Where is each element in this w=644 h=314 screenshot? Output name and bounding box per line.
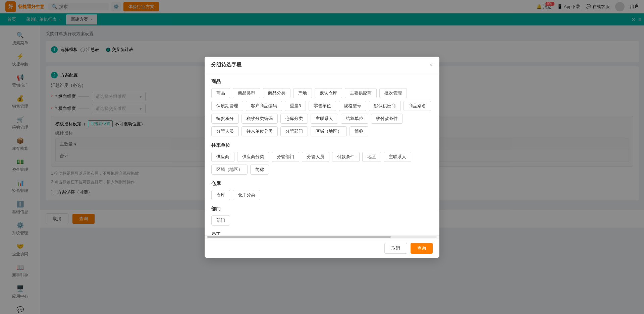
chip-goods-15[interactable]: 税收分类编码 [241,114,278,124]
chip-goods-0[interactable]: 商品 [211,88,230,98]
dialog-goods-chips: 商品 商品类型 商品分类 产地 默认仓库 主要供应商 批次管理 保质期管理 客户… [211,88,433,136]
dialog-dept-chips: 部门 [211,215,433,226]
chip-goods-6[interactable]: 批次管理 [379,88,407,98]
chip-goods-16[interactable]: 仓库分类 [280,114,308,124]
chip-goods-22[interactable]: 分管部门 [280,126,308,136]
chip-partner-0[interactable]: 供应商 [211,152,234,162]
dialog-section-staff: 员工 业务员 [211,232,433,235]
chip-goods-17[interactable]: 主联系人 [311,114,338,124]
chip-goods-7[interactable]: 保质期管理 [211,101,243,111]
dialog-body: 商品 商品 商品类型 商品分类 产地 默认仓库 主要供应商 批次管理 保质期管理… [205,73,439,235]
dialog-confirm-button[interactable]: 查询 [411,243,433,254]
chip-goods-19[interactable]: 收付款条件 [371,114,403,124]
chip-goods-9[interactable]: 重量3 [285,101,306,111]
chip-dept-0[interactable]: 部门 [211,215,230,226]
chip-goods-8[interactable]: 客户商品编码 [246,101,282,111]
dialog-section-warehouse: 仓库 仓库 仓库分类 [211,181,433,200]
chip-goods-1[interactable]: 商品类型 [233,88,260,98]
chip-warehouse-1[interactable]: 仓库分类 [233,190,260,200]
chip-partner-4[interactable]: 付款条件 [332,152,360,162]
dialog-section-goods-title: 商品 [211,79,433,85]
dialog-section-staff-title: 员工 [211,232,433,235]
chip-goods-12[interactable]: 默认供应商 [369,101,401,111]
chip-partner-6[interactable]: 主联系人 [384,152,411,162]
chip-goods-23[interactable]: 区域（地区） [311,126,347,136]
chip-goods-13[interactable]: 商品别名 [404,101,431,111]
chip-goods-20[interactable]: 分管人员 [211,126,239,136]
chip-goods-18[interactable]: 结算单位 [341,114,368,124]
chip-goods-5[interactable]: 主要供应商 [345,88,377,98]
dialog-hscrollbar[interactable] [207,236,437,238]
chip-goods-10[interactable]: 零售单位 [309,101,336,111]
dialog-warehouse-chips: 仓库 仓库分类 [211,190,433,200]
chip-warehouse-0[interactable]: 仓库 [211,190,230,200]
modal-overlay: 分组待选字段 × 商品 商品 商品类型 商品分类 产地 默认仓库 主要供应商 批… [0,0,644,314]
chip-partner-7[interactable]: 区域（地区） [211,165,248,175]
dialog-partner-chips: 供应商 供应商分类 分管部门 分管人员 付款条件 地区 主联系人 区域（地区） … [211,152,433,175]
dialog-section-partner-title: 往来单位 [211,142,433,148]
chip-goods-21[interactable]: 往来单位分类 [241,126,278,136]
chip-goods-24[interactable]: 简称 [350,126,368,136]
dialog-footer: 取消 查询 [205,239,439,258]
dialog-close-button[interactable]: × [429,61,433,68]
dialog-cancel-button[interactable]: 取消 [384,243,407,254]
chip-partner-1[interactable]: 供应商分类 [237,152,269,162]
dialog-hscrollbar-thumb [207,236,391,238]
dialog-scrollbar-area [205,235,439,239]
dialog: 分组待选字段 × 商品 商品 商品类型 商品分类 产地 默认仓库 主要供应商 批… [205,57,439,258]
chip-partner-2[interactable]: 分管部门 [272,152,299,162]
dialog-section-warehouse-title: 仓库 [211,181,433,187]
chip-partner-8[interactable]: 简称 [250,165,269,175]
dialog-section-partner: 往来单位 供应商 供应商分类 分管部门 分管人员 付款条件 地区 主联系人 区域… [211,142,433,175]
chip-goods-14[interactable]: 拣货积分 [211,114,239,124]
chip-goods-11[interactable]: 规格型号 [339,101,366,111]
dialog-section-dept-title: 部门 [211,206,433,212]
dialog-header: 分组待选字段 × [205,57,439,73]
dialog-section-dept: 部门 部门 [211,206,433,226]
chip-goods-4[interactable]: 默认仓库 [315,88,342,98]
chip-goods-3[interactable]: 产地 [293,88,312,98]
chip-partner-5[interactable]: 地区 [362,152,381,162]
chip-goods-2[interactable]: 商品分类 [263,88,290,98]
dialog-title: 分组待选字段 [211,62,241,68]
chip-partner-3[interactable]: 分管人员 [302,152,329,162]
dialog-section-goods: 商品 商品 商品类型 商品分类 产地 默认仓库 主要供应商 批次管理 保质期管理… [211,79,433,136]
